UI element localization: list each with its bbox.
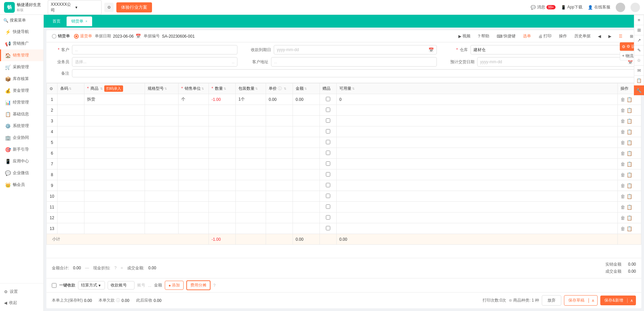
- cell-spec[interactable]: [145, 105, 179, 116]
- avatar-extra[interactable]: [631, 3, 640, 12]
- cell-gift[interactable]: [320, 159, 337, 169]
- delete-row-btn[interactable]: 🗑: [620, 204, 625, 210]
- company-selector[interactable]: XXXXXX公司 ▾: [48, 0, 102, 15]
- cell-unit[interactable]: [179, 137, 209, 148]
- expense-split-btn[interactable]: 费用分摊: [186, 280, 211, 290]
- cell-pkg-qty[interactable]: [236, 202, 266, 212]
- cell-barcode[interactable]: [58, 169, 84, 180]
- cell-amount[interactable]: [293, 212, 320, 223]
- cell-unit-price[interactable]: [266, 180, 293, 191]
- sidebar-search[interactable]: 🔍 搜索菜单: [0, 15, 43, 26]
- copy-row-btn[interactable]: 📋: [627, 118, 632, 124]
- delete-row-btn[interactable]: 🗑: [620, 183, 625, 188]
- cell-spec[interactable]: [145, 202, 179, 212]
- cell-qty[interactable]: [209, 137, 236, 148]
- cell-barcode[interactable]: [58, 223, 84, 234]
- cell-unit-price[interactable]: [266, 126, 293, 137]
- salesperson-input[interactable]: 选择... ...: [72, 57, 237, 67]
- customer-input[interactable]: ...: [72, 45, 237, 54]
- cell-unit[interactable]: [179, 148, 209, 159]
- video-btn[interactable]: ▶ 视频: [456, 32, 473, 40]
- cell-unit-price[interactable]: [266, 212, 293, 223]
- cell-product[interactable]: [84, 137, 145, 148]
- copy-row-btn[interactable]: 📋: [627, 172, 632, 178]
- right-tool-1[interactable]: ≡: [634, 15, 644, 25]
- cell-qty[interactable]: [209, 159, 236, 169]
- cell-pkg-qty[interactable]: [236, 116, 266, 126]
- cell-unit[interactable]: [179, 159, 209, 169]
- cell-pkg-qty[interactable]: [236, 212, 266, 223]
- delivery-date-input[interactable]: yyyy-mm-dd 📅: [477, 57, 636, 67]
- cell-product[interactable]: [84, 180, 145, 191]
- operate-btn[interactable]: 操作: [556, 32, 570, 40]
- cell-gift[interactable]: [320, 126, 337, 137]
- cell-pkg-qty[interactable]: [236, 223, 266, 234]
- cell-barcode[interactable]: [58, 116, 84, 126]
- cell-amount[interactable]: [293, 116, 320, 126]
- cell-product[interactable]: [84, 116, 145, 126]
- cell-unit[interactable]: [179, 212, 209, 223]
- cell-gift[interactable]: [320, 169, 337, 180]
- sidebar-item-base-info[interactable]: 📋 基础信息: [0, 108, 43, 120]
- right-tool-5[interactable]: ☆: [634, 55, 644, 65]
- cell-amount[interactable]: [293, 223, 320, 234]
- copy-row-btn[interactable]: 📋: [627, 161, 632, 167]
- cell-gift[interactable]: [320, 116, 337, 126]
- copy-row-btn[interactable]: 📋: [627, 204, 632, 210]
- cell-unit-price[interactable]: [266, 116, 293, 126]
- cell-pkg-qty[interactable]: [236, 191, 266, 202]
- copy-row-btn[interactable]: 📋: [627, 140, 632, 145]
- sidebar-item-sales[interactable]: 🏠 销售管理: [0, 49, 43, 61]
- add-payment-btn[interactable]: ● 添加: [165, 281, 184, 290]
- save-draft-arrow[interactable]: ∧: [589, 298, 597, 303]
- sidebar-item-quick-nav[interactable]: ⚡ 快捷导航: [0, 26, 43, 38]
- sidebar-item-member[interactable]: 👑 畅会员: [0, 179, 43, 191]
- cell-amount[interactable]: [293, 105, 320, 116]
- cell-pkg-qty[interactable]: [236, 105, 266, 116]
- tab-close-icon[interactable]: ×: [85, 20, 87, 23]
- nav-next-btn[interactable]: ▶: [606, 33, 614, 40]
- cell-unit-price[interactable]: [266, 169, 293, 180]
- sidebar-item-app-center[interactable]: 📱 应用中心: [0, 155, 43, 167]
- tab-home[interactable]: 首页: [48, 16, 65, 26]
- notification-btn[interactable]: 💬 消息 99+: [531, 4, 556, 10]
- avatar[interactable]: [616, 3, 625, 12]
- cell-barcode[interactable]: [58, 212, 84, 223]
- cell-unit-price[interactable]: [266, 137, 293, 148]
- radio-return-order[interactable]: 退货单: [74, 33, 92, 39]
- balance2-info-icon[interactable]: ⓘ: [116, 298, 120, 303]
- help-btn[interactable]: ? 帮助: [475, 32, 492, 40]
- save-new-arrow[interactable]: ∧: [627, 298, 636, 303]
- expense-question-icon[interactable]: ?: [213, 283, 216, 288]
- cell-qty[interactable]: [209, 169, 236, 180]
- cell-product[interactable]: [84, 202, 145, 212]
- cell-barcode[interactable]: [58, 180, 84, 191]
- date-calendar-icon[interactable]: 📅: [136, 34, 141, 39]
- right-tool-3[interactable]: ↗: [634, 35, 644, 45]
- copy-row-btn[interactable]: 📋: [627, 194, 632, 199]
- cell-unit[interactable]: [179, 180, 209, 191]
- scan-btn[interactable]: 扫码录入: [104, 85, 123, 92]
- delete-row-btn[interactable]: 🗑: [620, 161, 625, 167]
- sidebar-settings-btn[interactable]: ⚙ 设置: [0, 286, 43, 297]
- cell-pkg-qty[interactable]: [236, 126, 266, 137]
- cell-unit[interactable]: [179, 223, 209, 234]
- cell-spec[interactable]: [145, 159, 179, 169]
- delete-row-btn[interactable]: 🗑: [620, 118, 625, 124]
- abandon-btn[interactable]: 放弃: [542, 295, 561, 306]
- delete-row-btn[interactable]: 🗑: [620, 215, 625, 221]
- tab-sales-order[interactable]: 销货单 ×: [67, 16, 92, 26]
- app-download-btn[interactable]: 📱 App下载: [561, 4, 582, 10]
- cell-pkg-qty[interactable]: [236, 137, 266, 148]
- cell-qty[interactable]: [209, 116, 236, 126]
- cell-pkg-qty[interactable]: 1个: [236, 94, 266, 105]
- settlement-select[interactable]: 结算方式 ▾: [78, 281, 105, 289]
- cell-barcode[interactable]: [58, 137, 84, 148]
- one-click-payment-checkbox[interactable]: [52, 283, 56, 288]
- right-tool-6[interactable]: ✉: [634, 65, 644, 75]
- cell-barcode[interactable]: [58, 191, 84, 202]
- sidebar-item-marketing[interactable]: 📢 营销推广: [0, 38, 43, 49]
- nav-prev-btn[interactable]: ◀: [595, 33, 604, 40]
- delete-row-btn[interactable]: 🗑: [620, 97, 625, 102]
- copy-row-btn[interactable]: 📋: [627, 108, 632, 113]
